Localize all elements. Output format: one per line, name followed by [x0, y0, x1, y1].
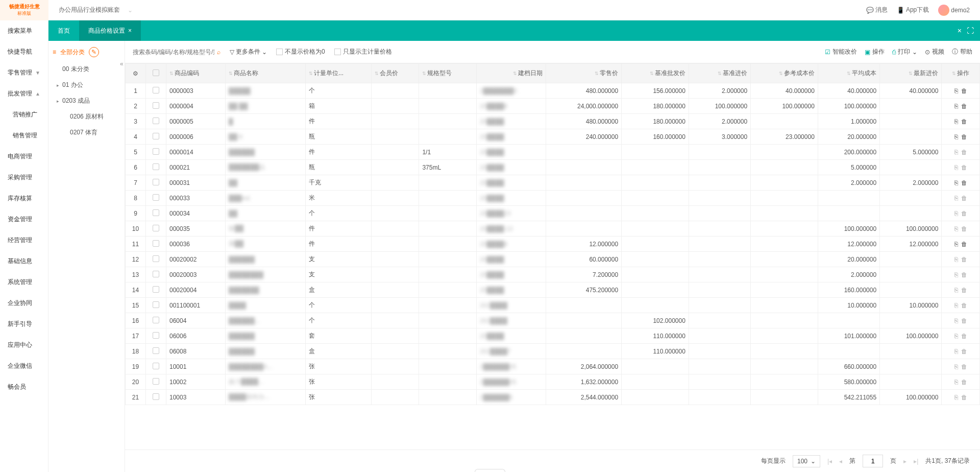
table-row[interactable]: 9 000034 ██ 个 20████23 ⎘🗑 [126, 206, 980, 221]
nav-item[interactable]: 经营管理 [0, 230, 48, 251]
operations-button[interactable]: ▣ 操作 [865, 48, 885, 56]
col-header[interactable]: ⇅规格型号 [419, 64, 477, 83]
delete-icon[interactable]: 🗑 [961, 241, 967, 248]
delete-icon[interactable]: 🗑 [961, 379, 967, 386]
table-row[interactable]: 17 06006 ██████ 套 20████ 110.000000 101.… [126, 328, 980, 344]
copy-icon[interactable]: ⎘ [954, 179, 958, 186]
tree-node[interactable]: 0207 体育 [53, 125, 120, 140]
delete-icon[interactable]: 🗑 [961, 118, 967, 125]
nav-item[interactable]: 零售管理▼ [0, 62, 48, 83]
col-settings[interactable]: ⚙ [126, 64, 146, 83]
col-header[interactable]: ⇅基准进价 [689, 64, 750, 83]
nav-item[interactable]: 销售管理 [0, 125, 48, 146]
table-row[interactable]: 8 000033 ███est 米 20████ ⎘🗑 [126, 191, 980, 206]
copy-icon[interactable]: ⎘ [954, 225, 958, 232]
copy-icon[interactable]: ⎘ [954, 363, 958, 370]
delete-icon[interactable]: 🗑 [961, 103, 967, 110]
table-row[interactable]: 12 00020002 ██████ 支 20████ 60.000000 20… [126, 252, 980, 267]
copy-icon[interactable]: ⎘ [954, 256, 958, 263]
message-button[interactable]: 💬 消息 [866, 6, 888, 14]
nav-item[interactable]: 基础信息 [0, 251, 48, 272]
nav-item[interactable]: 库存核算 [0, 188, 48, 209]
row-checkbox[interactable] [146, 267, 166, 282]
delete-icon[interactable]: 🗑 [961, 271, 967, 278]
row-checkbox[interactable] [146, 145, 166, 160]
only-main-checkbox[interactable]: 只显示主计量价格 [334, 48, 392, 56]
copy-icon[interactable]: ⎘ [954, 118, 958, 125]
copy-icon[interactable]: ⎘ [954, 379, 958, 386]
close-icon[interactable]: × [128, 27, 132, 34]
row-checkbox[interactable] [146, 313, 166, 328]
table-row[interactable]: 20 10002 扬力████... 张 2██████05 1,632.000… [126, 374, 980, 390]
search-icon[interactable]: ⌕ [217, 49, 220, 56]
delete-icon[interactable]: 🗑 [961, 164, 967, 171]
col-header[interactable]: ⇅商品名称 [225, 64, 305, 83]
row-checkbox[interactable] [146, 328, 166, 344]
table-row[interactable]: 11 000036 测██ 件 20████8 12.000000 12.000… [126, 237, 980, 252]
row-checkbox[interactable] [146, 175, 166, 191]
print-button[interactable]: ⎙ 打印 ⌄ [892, 48, 917, 56]
delete-icon[interactable]: 🗑 [961, 256, 967, 263]
hide-zero-checkbox[interactable]: 不显示价格为0 [276, 48, 325, 56]
copy-icon[interactable]: ⎘ [954, 302, 958, 309]
search-input[interactable] [133, 49, 214, 56]
table-row[interactable]: 15 001100001 ████ 个 202████ 10.000000 10… [126, 298, 980, 313]
col-header[interactable]: ⇅最新进价 [880, 64, 942, 83]
col-header[interactable]: ⇅基准批发价 [622, 64, 689, 83]
row-checkbox[interactable] [146, 129, 166, 145]
col-header[interactable]: ⇅平均成本 [818, 64, 879, 83]
table-row[interactable]: 16 06004 ██████... 个 202████ 102.000000 … [126, 313, 980, 328]
table-row[interactable]: 21 10003 ████新特办... 张 2██████5 2,544.000… [126, 390, 980, 405]
copy-icon[interactable]: ⎘ [954, 287, 958, 294]
last-page-icon[interactable]: ▸| [914, 458, 918, 465]
copy-icon[interactable]: ⎘ [954, 210, 958, 217]
row-checkbox[interactable] [146, 298, 166, 313]
col-header[interactable]: ⇅会员价 [371, 64, 419, 83]
smart-price-button[interactable]: ☑ 智能改价 [825, 48, 857, 56]
delete-icon[interactable]: 🗑 [961, 179, 967, 186]
copy-icon[interactable]: ⎘ [954, 271, 958, 278]
row-checkbox[interactable] [146, 359, 166, 374]
row-checkbox[interactable] [146, 160, 166, 175]
row-checkbox[interactable] [146, 237, 166, 252]
delete-icon[interactable]: 🗑 [961, 333, 967, 340]
delete-icon[interactable]: 🗑 [961, 225, 967, 232]
row-checkbox[interactable] [146, 390, 166, 405]
delete-icon[interactable]: 🗑 [961, 287, 967, 294]
nav-item[interactable]: 新手引导 [0, 314, 48, 335]
tree-node[interactable]: ▸01 办公 [53, 77, 120, 93]
row-checkbox[interactable] [146, 114, 166, 129]
user-menu[interactable]: demo2 [938, 5, 970, 16]
tree-title[interactable]: 全部分类 [60, 48, 85, 57]
row-checkbox[interactable] [146, 252, 166, 267]
nav-item[interactable]: 快捷导航 [0, 41, 48, 62]
more-filter-button[interactable]: ▽ 更多条件 ⌄ [230, 48, 267, 56]
next-page-icon[interactable]: ▸ [903, 458, 906, 465]
nav-item[interactable]: 批发管理▲ [0, 83, 48, 104]
page-input[interactable] [863, 455, 883, 467]
table-row[interactable]: 10 000035 玻██ 件 20████-13 100.000000 100… [126, 221, 980, 237]
copy-icon[interactable]: ⎘ [954, 133, 958, 140]
prev-page-icon[interactable]: ◂ [839, 458, 842, 465]
copy-icon[interactable]: ⎘ [954, 149, 958, 156]
close-all-icon[interactable]: × [958, 27, 962, 35]
nav-item[interactable]: 采购管理 [0, 167, 48, 188]
table-row[interactable]: 18 06008 ██████ 盒 202████7 110.000000 ⎘🗑 [126, 344, 980, 359]
copy-icon[interactable]: ⎘ [954, 195, 958, 202]
delete-icon[interactable]: 🗑 [961, 363, 967, 370]
copy-icon[interactable]: ⎘ [954, 241, 958, 248]
col-header[interactable]: ⇅建档日期 [477, 64, 546, 83]
fullscreen-icon[interactable]: ⛶ [967, 27, 974, 35]
row-checkbox[interactable] [146, 99, 166, 114]
nav-item[interactable]: 电商管理 [0, 146, 48, 167]
delete-icon[interactable]: 🗑 [961, 210, 967, 217]
col-header[interactable]: ⇅操作 [942, 64, 980, 83]
table-row[interactable]: 13 00020003 ████████ 支 20████ 7.200000 2… [126, 267, 980, 282]
app-download-button[interactable]: 📱 App下载 [897, 6, 929, 14]
copy-icon[interactable]: ⎘ [954, 348, 958, 355]
row-checkbox[interactable] [146, 206, 166, 221]
tree-node[interactable]: 0206 原材料 [53, 109, 120, 125]
first-page-icon[interactable]: |◂ [827, 458, 832, 465]
delete-icon[interactable]: 🗑 [961, 317, 967, 324]
nav-item[interactable]: 企业协同 [0, 293, 48, 314]
